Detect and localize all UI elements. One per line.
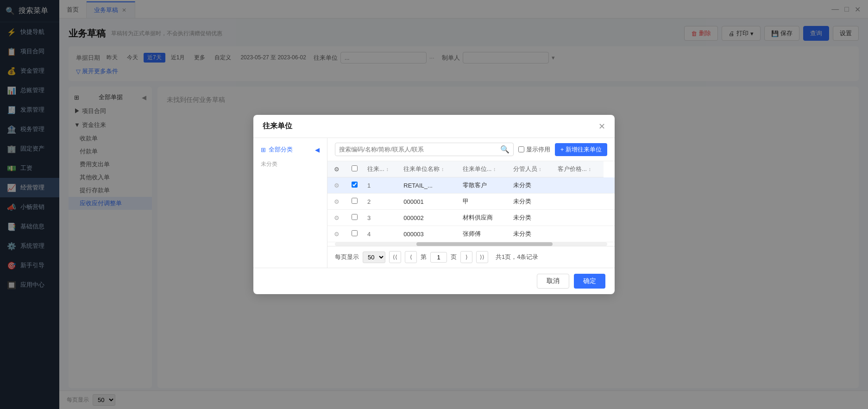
dialog-sidebar: ⊞ 全部分类 ◀ 未分类 xyxy=(253,138,327,268)
table-header-row: ⚙ 往来... ↕ 往来单位名称 ↕ 往来单位... ↕ 分管人员 ↕ 客户价格… xyxy=(327,161,615,177)
row-name: 材料供应商 xyxy=(458,210,509,226)
dialog-table: ⚙ 往来... ↕ 往来单位名称 ↕ 往来单位... ↕ 分管人员 ↕ 客户价格… xyxy=(327,161,615,242)
th-code: 往来... ↕ xyxy=(363,161,399,177)
dialog-sidebar-all[interactable]: ⊞ 全部分类 ◀ xyxy=(253,142,327,157)
row-name: 甲 xyxy=(458,194,509,210)
th-category: 往来单位... ↕ xyxy=(458,161,509,177)
dialog-close-button[interactable]: ✕ xyxy=(598,122,605,131)
select-all-checkbox[interactable] xyxy=(352,165,358,171)
per-page-select[interactable]: 50 xyxy=(363,252,385,263)
row-category: 未分类 xyxy=(509,210,553,226)
search-icon-dialog: 🔍 xyxy=(500,145,509,154)
page-number-input[interactable] xyxy=(430,252,447,263)
scrollbar-thumb[interactable] xyxy=(416,242,553,246)
cancel-button[interactable]: 取消 xyxy=(537,274,569,289)
row-gear: ⚙ xyxy=(327,194,346,210)
dialog-title: 往来单位 xyxy=(263,121,292,131)
dialog-search-box[interactable]: 🔍 xyxy=(335,143,514,156)
dialog-body: ⊞ 全部分类 ◀ 未分类 🔍 显示停用 xyxy=(253,138,615,268)
table-row[interactable]: ⚙ 4 000003 张师傅 未分类 xyxy=(327,226,615,242)
row-price-level xyxy=(604,210,615,226)
row-price-level xyxy=(604,226,615,242)
dialog-uncategorized: 未分类 xyxy=(253,157,327,171)
row-gear: ⚙ xyxy=(327,177,346,194)
dialog-header: 往来单位 ✕ xyxy=(253,115,615,138)
row-checkbox[interactable] xyxy=(346,177,363,194)
last-page-button[interactable]: ⟩⟩ xyxy=(476,251,488,263)
row-gear: ⚙ xyxy=(327,210,346,226)
row-num: 3 xyxy=(363,210,399,226)
th-name: 往来单位名称 ↕ xyxy=(399,161,458,177)
show-disabled-checkbox[interactable] xyxy=(518,146,524,152)
th-manager: 分管人员 ↕ xyxy=(509,161,553,177)
row-code: RETAIL_... xyxy=(399,177,458,194)
dialog-footer: 取消 确定 xyxy=(253,268,615,294)
page-label: 第 xyxy=(421,253,427,261)
th-gear: ⚙ xyxy=(327,161,346,177)
row-manager xyxy=(553,210,604,226)
new-partner-button[interactable]: + 新增往来单位 xyxy=(555,143,607,156)
row-price-level xyxy=(604,194,615,210)
dialog-search-input[interactable] xyxy=(339,146,498,153)
row-num: 4 xyxy=(363,226,399,242)
dialog-toolbar: 🔍 显示停用 + 新增往来单位 xyxy=(327,138,615,161)
row-name: 张师傅 xyxy=(458,226,509,242)
table-row[interactable]: ⚙ 2 000001 甲 未分类 xyxy=(327,194,615,210)
row-manager xyxy=(553,194,604,210)
row-manager xyxy=(553,177,604,194)
horizontal-scrollbar[interactable] xyxy=(335,242,607,246)
th-checkbox xyxy=(346,161,363,177)
row-category: 未分类 xyxy=(509,226,553,242)
row-checkbox[interactable] xyxy=(346,226,363,242)
row-price-level xyxy=(604,177,615,194)
row-code: 000003 xyxy=(399,226,458,242)
dialog-pagination: 每页显示 50 ⟨⟨ ⟨ 第 页 ⟩ ⟩⟩ 共1页，4条记录 xyxy=(327,246,615,268)
row-code: 000002 xyxy=(399,210,458,226)
row-num: 1 xyxy=(363,177,399,194)
row-checkbox[interactable] xyxy=(346,194,363,210)
row-category: 未分类 xyxy=(509,194,553,210)
dialog-main: 🔍 显示停用 + 新增往来单位 ⚙ xyxy=(327,138,615,268)
row-name: 零散客户 xyxy=(458,177,509,194)
page-suffix: 页 xyxy=(451,253,457,261)
row-manager xyxy=(553,226,604,242)
th-price-level: 客户价格... ↕ xyxy=(553,161,604,177)
first-page-button[interactable]: ⟨⟨ xyxy=(389,251,401,263)
table-row[interactable]: ⚙ 1 RETAIL_... 零散客户 未分类 xyxy=(327,177,615,194)
prev-page-button[interactable]: ⟨ xyxy=(405,251,417,263)
modal-overlay: 往来单位 ✕ ⊞ 全部分类 ◀ 未分类 🔍 xyxy=(0,0,868,409)
collapse-dialog-sidebar-button[interactable]: ◀ xyxy=(315,146,320,153)
row-checkbox[interactable] xyxy=(346,210,363,226)
show-disabled-label: 显示停用 xyxy=(518,145,550,154)
partner-dialog: 往来单位 ✕ ⊞ 全部分类 ◀ 未分类 🔍 xyxy=(253,115,615,294)
per-page-label: 每页显示 xyxy=(335,253,359,261)
row-category: 未分类 xyxy=(509,177,553,194)
table-row[interactable]: ⚙ 3 000002 材料供应商 未分类 xyxy=(327,210,615,226)
grid-icon-dialog: ⊞ xyxy=(261,146,266,153)
row-num: 2 xyxy=(363,194,399,210)
next-page-button[interactable]: ⟩ xyxy=(460,251,472,263)
total-records: 共1页，4条记录 xyxy=(496,253,538,261)
row-code: 000001 xyxy=(399,194,458,210)
confirm-button[interactable]: 确定 xyxy=(574,274,605,289)
row-gear: ⚙ xyxy=(327,226,346,242)
